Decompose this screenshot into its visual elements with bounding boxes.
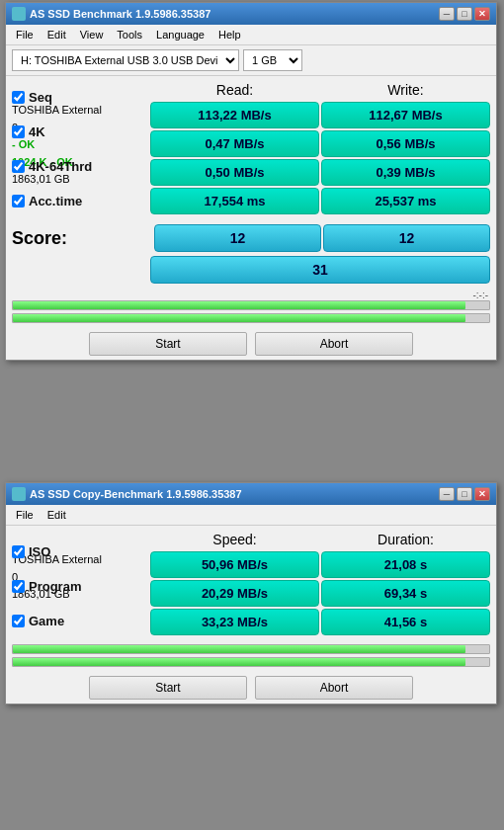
progress-bar1-outer (12, 300, 490, 310)
4k-write-value: 0,56 MB/s (321, 130, 490, 157)
abort-button[interactable]: Abort (255, 332, 413, 356)
copy-title-bar: AS SSD Copy-Benchmark 1.9.5986.35387 ─ □… (6, 483, 496, 505)
score-values: 12 12 (154, 224, 490, 252)
iso-duration-value: 21,08 s (321, 551, 490, 578)
start-button[interactable]: Start (89, 332, 247, 356)
rows-section: TOSHIBA External 0 - OK 1024 K - OK 1863… (6, 102, 496, 214)
progress-bar2-outer (12, 313, 490, 323)
copy-benchmark-window: AS SSD Copy-Benchmark 1.9.5986.35387 ─ □… (5, 482, 497, 705)
drive-info-panel: TOSHIBA External 0 - OK 1024 K - OK 1863… (12, 102, 150, 214)
read-header: Read: (150, 80, 319, 102)
copy-drive-line2: 0 (12, 569, 150, 587)
copy-drive-info: TOSHIBA External 0 1863,01 GB (12, 551, 150, 604)
bench-values-grid: 113,22 MB/s 112,67 MB/s 0,47 MB/s 0,56 M… (150, 102, 490, 214)
window-controls: ─ □ ✕ (439, 7, 490, 21)
progress-label-row: -:-:- (12, 290, 490, 300)
progress-area: -:-:- (6, 284, 496, 328)
4k64-write-value: 0,39 MB/s (321, 159, 490, 186)
progress-time-label: -:-:- (472, 290, 488, 300)
copy-app-icon (12, 487, 26, 501)
acc-write-value: 25,537 ms (321, 188, 490, 214)
score-label: Score: (12, 228, 150, 249)
header-spacer (12, 80, 150, 102)
score-section: Score: 12 12 (6, 218, 496, 252)
4k-read-value: 0,47 MB/s (150, 130, 319, 157)
title-bar-title: AS SSD Benchmark 1.9.5986.35387 (12, 7, 210, 21)
copy-drive-size: 1863,01 GB (12, 586, 150, 604)
game-speed-value: 33,23 MB/s (150, 609, 319, 635)
progress-bar1-inner (13, 301, 465, 309)
toolbar: H: TOSHIBA External USB 3.0 USB Devic...… (6, 45, 496, 76)
score-write-cell: 12 (323, 224, 490, 252)
copy-progress-area (6, 638, 496, 672)
copy-header-spacer (12, 530, 150, 551)
copy-close-button[interactable]: ✕ (474, 487, 490, 501)
copy-column-headers: Speed: Duration: (6, 526, 496, 551)
drive-select[interactable]: H: TOSHIBA External USB 3.0 USB Devic... (12, 49, 239, 71)
speed-header: Speed: (150, 530, 319, 551)
menu-help[interactable]: Help (212, 27, 247, 42)
program-speed-value: 20,29 MB/s (150, 580, 319, 607)
menu-edit[interactable]: Edit (42, 27, 72, 42)
copy-drive-name: TOSHIBA External (12, 551, 150, 569)
seq-read-value: 113,22 MB/s (150, 102, 319, 128)
copy-window-controls: ─ □ ✕ (439, 487, 490, 501)
copy-title-bar-title: AS SSD Copy-Benchmark 1.9.5986.35387 (12, 487, 242, 501)
copy-progress-bar1-inner (13, 645, 465, 653)
button-row: Start Abort (6, 328, 496, 360)
copy-window-title: AS SSD Copy-Benchmark 1.9.5986.35387 (30, 488, 242, 500)
column-headers: Read: Write: (6, 76, 496, 102)
game-duration-value: 41,56 s (321, 609, 490, 635)
copy-menu-bar: File Edit (6, 505, 496, 526)
copy-menu-file[interactable]: File (10, 507, 40, 523)
copy-minimize-button[interactable]: ─ (439, 487, 455, 501)
score-read-cell: 12 (154, 224, 321, 252)
iso-speed-value: 50,96 MB/s (150, 551, 319, 578)
4k64-read-value: 0,50 MB/s (150, 159, 319, 186)
copy-headers-grid: Speed: Duration: (150, 530, 490, 551)
copy-button-row: Start Abort (6, 672, 496, 704)
maximize-button[interactable]: □ (457, 7, 472, 21)
seq-write-value: 112,67 MB/s (321, 102, 490, 128)
size-select[interactable]: 1 GB (243, 49, 302, 71)
score-total-wrapper: 31 (6, 252, 496, 284)
write-header: Write: (321, 80, 490, 102)
copy-maximize-button[interactable]: □ (457, 487, 472, 501)
window-title: AS SSD Benchmark 1.9.5986.35387 (30, 8, 210, 20)
copy-progress-bar2-outer (12, 657, 490, 667)
minimize-button[interactable]: ─ (439, 7, 455, 21)
copy-rows-section: TOSHIBA External 0 1863,01 GB 50,96 MB/s… (6, 551, 496, 635)
menu-bar: File Edit View Tools Language Help (6, 25, 496, 45)
drive-line2: 0 (12, 120, 150, 137)
benchmark-window: AS SSD Benchmark 1.9.5986.35387 ─ □ ✕ Fi… (5, 2, 497, 361)
program-duration-value: 69,34 s (321, 580, 490, 607)
drive-ok2: 1024 K - OK (12, 154, 150, 172)
copy-progress-bar1-outer (12, 644, 490, 654)
menu-file[interactable]: File (10, 27, 40, 42)
drive-ok1: - OK (12, 136, 150, 154)
drive-name: TOSHIBA External (12, 102, 150, 120)
progress-bar2-inner (13, 314, 465, 322)
close-button[interactable]: ✕ (474, 7, 490, 21)
copy-drive-info-panel: TOSHIBA External 0 1863,01 GB (12, 551, 150, 635)
headers-grid: Read: Write: (150, 80, 490, 102)
score-total-cell: 31 (150, 256, 490, 284)
app-icon (12, 7, 26, 21)
menu-tools[interactable]: Tools (111, 27, 148, 42)
acc-read-value: 17,554 ms (150, 188, 319, 214)
copy-menu-edit[interactable]: Edit (42, 507, 72, 523)
copy-abort-button[interactable]: Abort (255, 676, 413, 700)
copy-progress-bar2-inner (13, 658, 465, 666)
drive-info: TOSHIBA External 0 - OK 1024 K - OK 1863… (12, 102, 150, 189)
duration-header: Duration: (321, 530, 490, 551)
drive-size: 1863,01 GB (12, 171, 150, 189)
copy-start-button[interactable]: Start (89, 676, 247, 700)
copy-bench-values-grid: 50,96 MB/s 21,08 s 20,29 MB/s 69,34 s 33… (150, 551, 490, 635)
menu-view[interactable]: View (74, 27, 110, 42)
menu-language[interactable]: Language (150, 27, 210, 42)
score-total-spacer (12, 256, 150, 284)
title-bar: AS SSD Benchmark 1.9.5986.35387 ─ □ ✕ (6, 3, 496, 25)
